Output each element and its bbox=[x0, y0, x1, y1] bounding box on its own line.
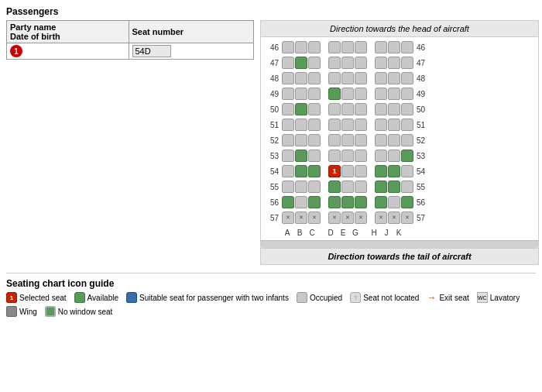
seat-54J[interactable] bbox=[388, 165, 400, 177]
seat-54K[interactable] bbox=[401, 165, 413, 177]
seat-50D[interactable] bbox=[328, 103, 341, 115]
seat-56B[interactable] bbox=[295, 196, 307, 208]
seat-57A[interactable]: ✕ bbox=[282, 211, 294, 224]
seat-50K[interactable] bbox=[401, 103, 413, 115]
seat-55C[interactable] bbox=[308, 181, 321, 193]
seat-47H[interactable] bbox=[375, 57, 387, 69]
seat-49E[interactable] bbox=[341, 88, 354, 100]
seat-57E[interactable]: ✕ bbox=[341, 211, 354, 224]
seat-49K[interactable] bbox=[401, 88, 413, 100]
seat-55D[interactable] bbox=[328, 181, 341, 193]
seat-49J[interactable] bbox=[388, 88, 400, 100]
seat-48A[interactable] bbox=[282, 72, 294, 84]
seat-57D[interactable]: ✕ bbox=[328, 211, 341, 224]
seat-47A[interactable] bbox=[282, 57, 294, 69]
seat-53A[interactable] bbox=[282, 150, 294, 162]
seat-57C[interactable]: ✕ bbox=[308, 211, 321, 224]
seat-56K[interactable] bbox=[401, 196, 413, 208]
seat-51G[interactable] bbox=[355, 119, 367, 131]
seat-57K[interactable]: ✕ bbox=[401, 211, 413, 224]
seat-48K[interactable] bbox=[401, 72, 413, 84]
seat-56H[interactable] bbox=[375, 196, 387, 208]
seat-46H[interactable] bbox=[375, 41, 387, 53]
seat-53E[interactable] bbox=[341, 150, 354, 162]
seat-47B[interactable] bbox=[295, 57, 307, 69]
seat-50E[interactable] bbox=[341, 103, 354, 115]
seat-49B[interactable] bbox=[295, 88, 307, 100]
seat-51D[interactable] bbox=[328, 119, 341, 131]
seat-53C[interactable] bbox=[308, 150, 321, 162]
seat-49D[interactable] bbox=[328, 88, 341, 100]
seat-50J[interactable] bbox=[388, 103, 400, 115]
seat-51B[interactable] bbox=[295, 119, 307, 131]
seat-47J[interactable] bbox=[388, 57, 400, 69]
seat-51H[interactable] bbox=[375, 119, 387, 131]
seat-47G[interactable] bbox=[355, 57, 367, 69]
seat-54D[interactable]: 1 bbox=[328, 165, 341, 177]
seat-54B[interactable] bbox=[295, 165, 307, 177]
seat-49G[interactable] bbox=[355, 88, 367, 100]
seat-56D[interactable] bbox=[328, 196, 341, 208]
seat-47K[interactable] bbox=[401, 57, 413, 69]
seat-52C[interactable] bbox=[308, 134, 321, 146]
seat-48C[interactable] bbox=[308, 72, 321, 84]
seat-46E[interactable] bbox=[341, 41, 354, 53]
seat-54A[interactable] bbox=[282, 165, 294, 177]
seat-46K[interactable] bbox=[401, 41, 413, 53]
seat-56E[interactable] bbox=[341, 196, 354, 208]
seat-55G[interactable] bbox=[355, 181, 367, 193]
seat-56G[interactable] bbox=[355, 196, 367, 208]
seat-50C[interactable] bbox=[308, 103, 321, 115]
seat-47D[interactable] bbox=[328, 57, 341, 69]
seat-52E[interactable] bbox=[341, 134, 354, 146]
seat-51J[interactable] bbox=[388, 119, 400, 131]
seat-52B[interactable] bbox=[295, 134, 307, 146]
seat-52G[interactable] bbox=[355, 134, 367, 146]
seat-52J[interactable] bbox=[388, 134, 400, 146]
seat-number-input[interactable] bbox=[132, 45, 171, 57]
seat-46D[interactable] bbox=[328, 41, 341, 53]
seat-57B[interactable]: ✕ bbox=[295, 211, 307, 224]
seat-51C[interactable] bbox=[308, 119, 321, 131]
seat-56J[interactable] bbox=[388, 196, 400, 208]
seat-49C[interactable] bbox=[308, 88, 321, 100]
seat-48E[interactable] bbox=[341, 72, 354, 84]
seat-48J[interactable] bbox=[388, 72, 400, 84]
seat-57H[interactable]: ✕ bbox=[375, 211, 387, 224]
seat-55E[interactable] bbox=[341, 181, 354, 193]
seat-50A[interactable] bbox=[282, 103, 294, 115]
seat-48B[interactable] bbox=[295, 72, 307, 84]
seat-53K[interactable] bbox=[401, 150, 413, 162]
seat-55H[interactable] bbox=[375, 181, 387, 193]
seat-50B[interactable] bbox=[295, 103, 307, 115]
seat-46G[interactable] bbox=[355, 41, 367, 53]
seat-46J[interactable] bbox=[388, 41, 400, 53]
seat-54H[interactable] bbox=[375, 165, 387, 177]
seat-53D[interactable] bbox=[328, 150, 341, 162]
seat-54E[interactable] bbox=[341, 165, 354, 177]
seat-57G[interactable]: ✕ bbox=[355, 211, 367, 224]
seat-50H[interactable] bbox=[375, 103, 387, 115]
seat-51E[interactable] bbox=[341, 119, 354, 131]
seat-53B[interactable] bbox=[295, 150, 307, 162]
seat-54C[interactable] bbox=[308, 165, 321, 177]
seat-46C[interactable] bbox=[308, 41, 321, 53]
seat-55J[interactable] bbox=[388, 181, 400, 193]
seat-53G[interactable] bbox=[355, 150, 367, 162]
seat-57J[interactable]: ✕ bbox=[388, 211, 400, 224]
seat-55K[interactable] bbox=[401, 181, 413, 193]
seat-49H[interactable] bbox=[375, 88, 387, 100]
seat-47C[interactable] bbox=[308, 57, 321, 69]
seat-51A[interactable] bbox=[282, 119, 294, 131]
seat-55B[interactable] bbox=[295, 181, 307, 193]
seat-52A[interactable] bbox=[282, 134, 294, 146]
seat-52D[interactable] bbox=[328, 134, 341, 146]
seat-50G[interactable] bbox=[355, 103, 367, 115]
seat-46B[interactable] bbox=[295, 41, 307, 53]
seat-52K[interactable] bbox=[401, 134, 413, 146]
scrollbar[interactable] bbox=[261, 240, 538, 248]
seat-48G[interactable] bbox=[355, 72, 367, 84]
seat-56A[interactable] bbox=[282, 196, 294, 208]
seat-51K[interactable] bbox=[401, 119, 413, 131]
seat-48D[interactable] bbox=[328, 72, 341, 84]
